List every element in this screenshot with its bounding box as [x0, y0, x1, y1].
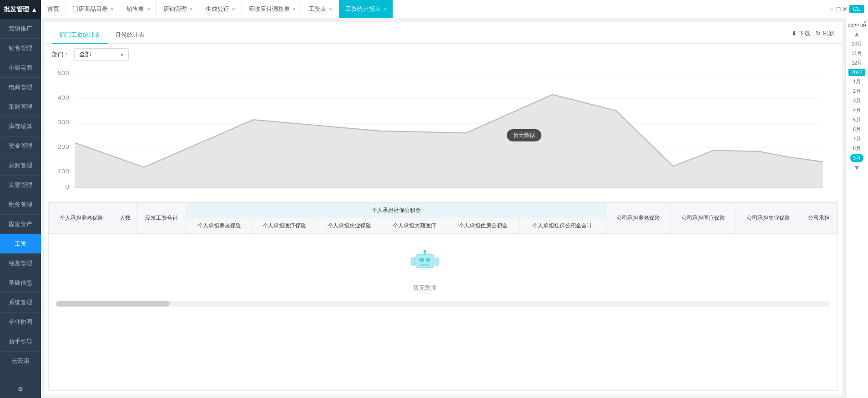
- sidebar-item-xsyd[interactable]: 新手引导: [0, 332, 41, 352]
- svg-text:400: 400: [58, 94, 69, 101]
- close-icon[interactable]: ×: [232, 6, 235, 12]
- th-personal-pension: 个人承担养老保险: [187, 218, 252, 234]
- toolbar: 部门： 全部 ▾: [45, 44, 842, 65]
- timeline-nav-up[interactable]: ▲: [853, 30, 861, 38]
- month-nov[interactable]: 11月: [850, 49, 864, 58]
- month-sep-active[interactable]: 9月: [850, 154, 863, 162]
- month-oct[interactable]: 10月: [850, 40, 864, 48]
- sidebar-header[interactable]: 批发管理 ▲: [0, 0, 41, 19]
- th-personal-unemploy: 个人承担失业保险: [317, 218, 382, 234]
- month-aug[interactable]: 8月: [851, 144, 863, 153]
- close-icon[interactable]: ×: [147, 6, 150, 12]
- chart-area: 500 400 300 200 100 0: [45, 65, 842, 202]
- chart-svg: 500 400 300 200 100 0: [52, 70, 834, 193]
- sidebar-item-zjgl[interactable]: 资金管理: [0, 136, 41, 156]
- dept-label: 部门：: [52, 50, 70, 59]
- close-icon[interactable]: ×: [384, 6, 386, 12]
- th-personal-total: 个人承担社保公积金合计: [519, 218, 606, 234]
- current-year-label: 2022: [848, 69, 865, 76]
- svg-rect-15: [426, 258, 430, 262]
- scrollbar-thumb[interactable]: [56, 301, 170, 307]
- sub-tab-dept[interactable]: 部门工资统计表: [52, 27, 108, 44]
- tab-payroll[interactable]: 工资表×: [302, 0, 338, 18]
- svg-point-20: [424, 250, 426, 252]
- empty-state: 暂无数据: [49, 234, 801, 301]
- download-icon: ⬇: [792, 30, 797, 37]
- empty-icon: [407, 243, 443, 279]
- sidebar-item-yxtt[interactable]: 营销推广: [0, 19, 41, 39]
- sidebar-item-yyyg[interactable]: 云应用: [0, 352, 41, 371]
- sidebar-item-zzgl[interactable]: 总账管理: [0, 156, 41, 176]
- sidebar-item-dsgl[interactable]: 电商管理: [0, 78, 41, 97]
- timeline-nav-down[interactable]: ▼: [853, 164, 861, 172]
- refresh-icon: ↻: [816, 30, 821, 37]
- month-dec[interactable]: 12月: [850, 59, 864, 67]
- sub-tab-bar: 部门工资统计表 月份统计表 ⬇ 下载 ↻ 刷新: [45, 22, 842, 44]
- th-company-medical: 公司承担医疗保险: [671, 203, 736, 234]
- sidebar-item-xtgl[interactable]: 系统管理: [0, 293, 41, 312]
- tab-bar: 首页 门店商品目录× 销售单× 店铺管理× 生成凭证× 应收应付调整单× 工资表…: [41, 0, 868, 18]
- svg-marker-12: [75, 95, 823, 188]
- svg-text:500: 500: [58, 70, 69, 76]
- svg-rect-18: [411, 257, 415, 266]
- dept-select[interactable]: 全部 ▾: [74, 48, 129, 61]
- tab-gen-voucher[interactable]: 生成凭证×: [199, 0, 242, 18]
- sidebar-item-gdze[interactable]: 固定资产: [0, 215, 41, 234]
- month-jan[interactable]: 1月: [851, 77, 863, 86]
- svg-rect-14: [419, 258, 424, 262]
- window-close[interactable]: ✕: [842, 5, 848, 13]
- data-table: 个人承担养老保险 人数 应发工资合计 个人承担社保公积金 公司承担养老保险 公司…: [49, 202, 838, 301]
- table-container[interactable]: 个人承担养老保险 人数 应发工资合计 个人承担社保公积金 公司承担养老保险 公司…: [48, 202, 838, 391]
- timeline-panel: × 2022.09 ▲ 10月 11月 12月 2022 1月 2月 3月 4月…: [845, 18, 868, 398]
- close-icon[interactable]: ×: [293, 6, 295, 12]
- sidebar-item-gz[interactable]: 工资: [0, 234, 41, 254]
- sidebar-item-qyxt[interactable]: 企业协同: [0, 312, 41, 332]
- download-button[interactable]: ⬇ 下载: [792, 27, 810, 40]
- close-icon[interactable]: ×: [329, 6, 332, 12]
- close-icon[interactable]: ×: [190, 6, 192, 12]
- tab-store-catalog[interactable]: 门店商品目录×: [66, 0, 120, 18]
- tab-home[interactable]: 首页: [41, 0, 66, 18]
- sidebar: 批发管理 ▲ 营销推广 销售管理 小畅电商 电商管理 采购管理 库存核算 资金管…: [0, 0, 41, 398]
- no-data-tooltip: 暂无数据: [507, 129, 541, 141]
- sidebar-item-kche[interactable]: 库存核算: [0, 117, 41, 136]
- sidebar-header-arrow: ▲: [31, 6, 37, 13]
- sidebar-item-cqgl[interactable]: 采购管理: [0, 97, 41, 117]
- tab-ar-adjust[interactable]: 应收应付调整单×: [242, 0, 302, 18]
- close-icon[interactable]: ×: [111, 6, 113, 12]
- tab-payroll-report[interactable]: 工资统计报表×: [339, 0, 393, 18]
- sub-tab-month[interactable]: 月份统计表: [108, 27, 152, 44]
- month-mar[interactable]: 3月: [851, 96, 863, 105]
- month-may[interactable]: 5月: [851, 116, 863, 124]
- toolbar-left: 部门： 全部 ▾: [52, 48, 129, 61]
- window-minimize[interactable]: －: [828, 5, 835, 13]
- tab-sales-order[interactable]: 销售单×: [120, 0, 156, 18]
- refresh-button[interactable]: ↻ 刷新: [816, 27, 834, 40]
- month-feb[interactable]: 2月: [851, 87, 863, 96]
- timeline-close-button[interactable]: ×: [863, 18, 867, 25]
- horizontal-scrollbar[interactable]: [56, 301, 830, 307]
- month-apr[interactable]: 4月: [851, 106, 863, 115]
- svg-text:300: 300: [58, 119, 69, 126]
- th-personal-insurance-group: 个人承担社保公积金: [187, 203, 606, 218]
- th-personal-housing: 个人承担住房公积金: [447, 218, 519, 234]
- sidebar-item-fpgl[interactable]: 发票管理: [0, 176, 41, 195]
- th-salary-total: 应发工资合计: [136, 203, 187, 234]
- window-maximize[interactable]: □: [837, 5, 840, 13]
- th-company-pension: 公司承担养老保险: [606, 203, 671, 234]
- svg-text:100: 100: [58, 168, 69, 175]
- content-area: 部门工资统计表 月份统计表 ⬇ 下载 ↻ 刷新 部门：: [45, 22, 842, 394]
- tab-store-mgmt[interactable]: 店铺管理×: [157, 0, 199, 18]
- sidebar-item-swgl[interactable]: 税务管理: [0, 195, 41, 215]
- sidebar-item-xcdz[interactable]: 小畅电商: [0, 58, 41, 78]
- th-count: 人数: [114, 203, 136, 234]
- sidebar-item-jcxx[interactable]: 基础信息: [0, 273, 41, 293]
- month-jun[interactable]: 6月: [851, 125, 863, 134]
- th-company-other: 公司承担: [801, 203, 837, 234]
- sidebar-item-xsgl[interactable]: 销售管理: [0, 39, 41, 58]
- th-personal-major-medical: 个人承担大额医疗: [382, 218, 447, 234]
- sidebar-item-jygl[interactable]: 经营管理: [0, 254, 41, 273]
- settings-icon: ⚙: [18, 386, 23, 393]
- sidebar-settings[interactable]: ⚙: [0, 380, 41, 398]
- month-jul[interactable]: 7月: [851, 135, 863, 143]
